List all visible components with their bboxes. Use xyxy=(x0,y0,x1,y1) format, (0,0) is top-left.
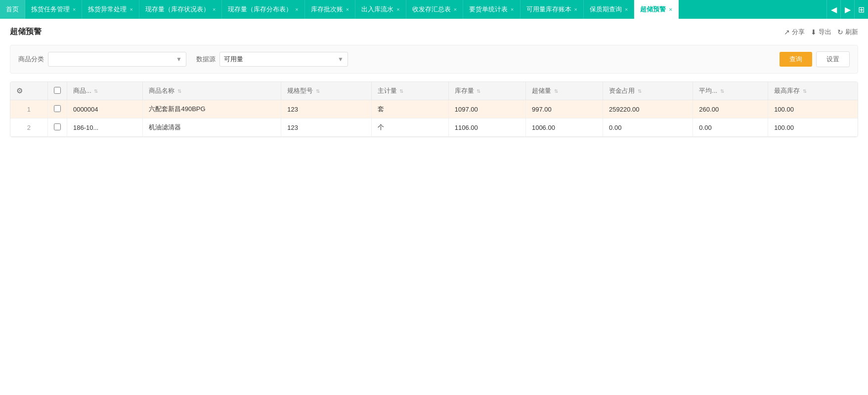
cell-max-stock: 100.00 xyxy=(768,118,858,137)
table-header-row: ⚙ 商品... ⇅ 商品名称 ⇅ 规格型号 ⇅ xyxy=(10,82,858,100)
nav-expand-button[interactable]: ⊞ xyxy=(854,0,868,19)
column-unit[interactable]: 主计量 ⇅ xyxy=(371,82,448,100)
nav-exception-processing[interactable]: 拣货异常处理 × xyxy=(82,0,139,19)
cell-overstock: 997.00 xyxy=(525,100,603,118)
row-checkbox-cell[interactable] xyxy=(47,118,67,137)
cell-overstock: 1006.00 xyxy=(525,118,603,137)
close-icon[interactable]: × xyxy=(295,6,298,12)
nav-stock-distribution[interactable]: 现存量（库存分布表） × xyxy=(222,0,304,19)
sort-icon: ⇅ xyxy=(638,88,642,94)
nav-next-button[interactable]: ▶ xyxy=(840,0,854,19)
share-button[interactable]: ↗ 分享 xyxy=(784,28,805,37)
row-number: 1 xyxy=(10,100,47,118)
data-table-wrapper: ⚙ 商品... ⇅ 商品名称 ⇅ 规格型号 ⇅ xyxy=(10,81,858,137)
column-overstock[interactable]: 超储量 ⇅ xyxy=(525,82,603,100)
sort-icon: ⇅ xyxy=(803,88,807,94)
category-filter-group: 商品分类 ▼ xyxy=(18,52,186,67)
close-icon[interactable]: × xyxy=(213,6,216,12)
cell-product-name: 机油滤清器 xyxy=(143,118,281,137)
refresh-icon: ↻ xyxy=(837,28,843,36)
header-actions: ↗ 分享 ⬇ 导出 ↻ 刷新 xyxy=(784,28,858,37)
row-number: 2 xyxy=(10,118,47,137)
sort-icon: ⇅ xyxy=(477,88,480,94)
close-icon[interactable]: × xyxy=(396,6,399,12)
close-icon[interactable]: × xyxy=(511,6,514,12)
nav-demand-stats[interactable]: 要货单统计表 × xyxy=(463,0,520,19)
datasource-select[interactable]: 可用量 ▼ xyxy=(219,52,348,67)
cell-spec: 123 xyxy=(281,118,371,137)
sort-icon: ⇅ xyxy=(720,88,724,94)
close-icon[interactable]: × xyxy=(130,6,132,12)
column-capital[interactable]: 资金占用 ⇅ xyxy=(603,82,693,100)
nav-prev-button[interactable]: ◀ xyxy=(826,0,840,19)
column-checkbox xyxy=(47,82,67,100)
close-icon[interactable]: × xyxy=(574,6,577,12)
cell-avg: 260.00 xyxy=(693,100,768,118)
nav-available-stock[interactable]: 可用量库存账本 × xyxy=(521,0,584,19)
nav-stock-status[interactable]: 现存量（库存状况表） × xyxy=(139,0,222,19)
nav-home[interactable]: 首页 xyxy=(0,0,25,19)
sort-icon: ⇅ xyxy=(94,88,98,94)
row-checkbox-cell[interactable] xyxy=(47,100,67,118)
row-checkbox[interactable] xyxy=(54,105,61,112)
close-icon[interactable]: × xyxy=(669,6,672,12)
nav-summary-table[interactable]: 收发存汇总表 × xyxy=(406,0,463,19)
cell-product-code: 0000004 xyxy=(67,100,143,118)
nav-overstock-warning[interactable]: 超储预警 × xyxy=(634,0,678,19)
column-spec[interactable]: 规格型号 ⇅ xyxy=(281,82,371,100)
table-row: 2 186-10... 机油滤清器 123 个 1106.00 1006.00 … xyxy=(10,118,858,137)
nav-expiry-query[interactable]: 保质期查询 × xyxy=(584,0,634,19)
page-content: 超储预警 ↗ 分享 ⬇ 导出 ↻ 刷新 商品分类 ▼ 数据源 xyxy=(0,19,868,145)
close-icon[interactable]: × xyxy=(346,6,349,12)
refresh-button[interactable]: ↻ 刷新 xyxy=(837,28,858,37)
cell-stock: 1097.00 xyxy=(448,100,525,118)
filter-right-actions: 查询 设置 xyxy=(780,51,850,67)
sort-icon: ⇅ xyxy=(177,88,181,94)
column-stock[interactable]: 库存量 ⇅ xyxy=(448,82,525,100)
column-max-stock[interactable]: 最高库存 ⇅ xyxy=(768,82,858,100)
top-navigation: 首页 拣货任务管理 × 拣货异常处理 × 现存量（库存状况表） × 现存量（库存… xyxy=(0,0,868,19)
close-icon[interactable]: × xyxy=(73,6,76,12)
cell-capital: 0.00 xyxy=(603,118,693,137)
page-header: 超储预警 ↗ 分享 ⬇ 导出 ↻ 刷新 xyxy=(10,27,858,37)
row-checkbox[interactable] xyxy=(54,123,61,130)
export-icon: ⬇ xyxy=(811,28,817,36)
sort-icon: ⇅ xyxy=(554,88,558,94)
share-icon: ↗ xyxy=(784,28,790,36)
chevron-down-icon: ▼ xyxy=(176,56,182,63)
export-button[interactable]: ⬇ 导出 xyxy=(811,28,831,37)
category-label: 商品分类 xyxy=(18,55,44,64)
sort-icon: ⇅ xyxy=(399,88,403,94)
table-row: 1 0000004 六配套新昌490BPG 123 套 1097.00 997.… xyxy=(10,100,858,118)
nav-inout-flow[interactable]: 出入库流水 × xyxy=(355,0,406,19)
chevron-down-icon: ▼ xyxy=(338,56,344,63)
cell-stock: 1106.00 xyxy=(448,118,525,137)
nav-arrows: ◀ ▶ ⊞ xyxy=(826,0,868,19)
cell-product-code: 186-10... xyxy=(67,118,143,137)
gear-icon[interactable]: ⚙ xyxy=(16,86,23,95)
cell-unit: 个 xyxy=(371,118,448,137)
nav-batch-account[interactable]: 库存批次账 × xyxy=(305,0,355,19)
datasource-label: 数据源 xyxy=(196,55,216,64)
column-product-code[interactable]: 商品... ⇅ xyxy=(67,82,143,100)
nav-task-management[interactable]: 拣货任务管理 × xyxy=(25,0,82,19)
filter-bar: 商品分类 ▼ 数据源 可用量 ▼ 查询 设置 xyxy=(10,45,858,74)
category-select[interactable]: ▼ xyxy=(48,52,186,67)
close-icon[interactable]: × xyxy=(625,6,628,12)
column-avg[interactable]: 平均... ⇅ xyxy=(693,82,768,100)
sort-icon: ⇅ xyxy=(316,88,320,94)
column-product-name[interactable]: 商品名称 ⇅ xyxy=(143,82,281,100)
close-icon[interactable]: × xyxy=(454,6,457,12)
cell-spec: 123 xyxy=(281,100,371,118)
cell-max-stock: 100.00 xyxy=(768,100,858,118)
data-table: ⚙ 商品... ⇅ 商品名称 ⇅ 规格型号 ⇅ xyxy=(10,82,858,137)
select-all-checkbox[interactable] xyxy=(54,87,61,94)
datasource-filter-group: 数据源 可用量 ▼ xyxy=(196,52,348,67)
settings-button[interactable]: 设置 xyxy=(816,51,850,67)
page-title: 超储预警 xyxy=(10,27,42,37)
cell-unit: 套 xyxy=(371,100,448,118)
cell-avg: 0.00 xyxy=(693,118,768,137)
cell-product-name: 六配套新昌490BPG xyxy=(143,100,281,118)
column-setting[interactable]: ⚙ xyxy=(10,82,47,100)
query-button[interactable]: 查询 xyxy=(780,52,812,67)
